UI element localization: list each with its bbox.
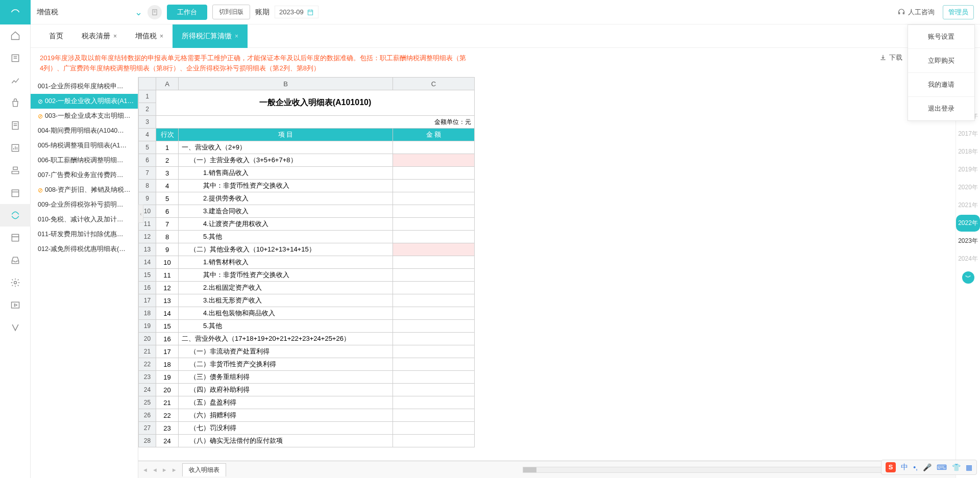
cell-rownum[interactable]: 14 [156,307,179,320]
row-header[interactable]: 22 [139,358,156,371]
cell-rownum[interactable]: 19 [156,371,179,384]
cell-item[interactable]: 1.销售商品收入 [179,167,393,180]
row-header[interactable]: 20 [139,333,156,345]
tab-close-icon[interactable]: × [235,33,238,40]
admin-button[interactable]: 管理员 [943,5,974,19]
tree-item-11[interactable]: 012-减免所得税优惠明细表(… [31,242,138,257]
nav-archive-icon[interactable] [0,227,31,249]
sheet-tab[interactable]: 收入明细表 [182,463,226,476]
row-header[interactable]: 21 [139,345,156,358]
cell-amount[interactable] [393,167,475,180]
row-header[interactable]: 3 [139,116,156,129]
year-2020年[interactable]: 2020年 [956,179,980,196]
cell-amount[interactable] [393,435,475,447]
consult-link[interactable]: 人工咨询 [897,8,935,17]
cell-rownum[interactable]: 2 [156,154,179,167]
col-header-A[interactable]: A [156,78,179,90]
cell-item[interactable]: 4.出租包装物和商品收入 [179,307,393,320]
col-header-C[interactable]: C [393,78,475,90]
year-2018年[interactable]: 2018年 [956,143,980,160]
sheet-corner[interactable] [139,78,156,90]
row-header[interactable]: 2 [139,103,156,116]
spreadsheet[interactable]: A B C 1一般企业收入明细表(A101010) 2 3金额单位：元 4 行次… [138,77,475,447]
row-header[interactable]: 15 [139,269,156,282]
cell-rownum[interactable]: 11 [156,269,179,282]
year-2021年[interactable]: 2021年 [956,197,980,214]
cell-amount[interactable] [393,205,475,218]
cell-amount[interactable] [393,218,475,231]
tab-0[interactable]: 首页 [40,24,72,48]
cell-amount[interactable] [393,384,475,396]
ime-grid-icon[interactable]: ▦ [966,463,972,471]
row-header[interactable]: 26 [139,409,156,422]
company-type[interactable]: 增值税 [37,8,58,17]
cell-rownum[interactable]: 17 [156,345,179,358]
row-header[interactable]: 1 [139,90,156,103]
cell-item[interactable]: 1.销售材料收入 [179,256,393,269]
cell-amount[interactable] [393,154,475,167]
cell-amount[interactable] [393,320,475,333]
tab-3[interactable]: 所得税汇算清缴× [173,24,248,48]
tree-item-2[interactable]: ⊘003-一般企业成本支出明细… [31,109,138,123]
company-dropdown-icon[interactable]: ⌄ [135,7,142,18]
row-header[interactable]: 8 [139,180,156,192]
year-2023年[interactable]: 2023年 [956,233,980,249]
tree-item-0[interactable]: 001-企业所得税年度纳税申… [31,79,138,94]
user-menu-item-3[interactable]: 退出登录 [908,96,974,120]
cell-rownum[interactable]: 4 [156,180,179,192]
cell-item[interactable]: 其中：非货币性资产交换收入 [179,180,393,192]
ime-lang[interactable]: 中 [901,463,908,472]
cell-rownum[interactable]: 21 [156,396,179,409]
cell-amount[interactable] [393,294,475,307]
row-header[interactable]: 23 [139,371,156,384]
workbench-button[interactable]: 工作台 [167,5,207,20]
row-header[interactable]: 13 [139,243,156,256]
row-header[interactable]: 25 [139,396,156,409]
cell-item[interactable]: （一）非流动资产处置利得 [179,345,393,358]
cell-item[interactable]: （二）非货币性资产交换利得 [179,358,393,371]
nav-doc-icon[interactable] [0,114,31,137]
row-header[interactable]: 5 [139,141,156,154]
cell-rownum[interactable]: 8 [156,231,179,243]
cell-rownum[interactable]: 5 [156,192,179,205]
row-header[interactable]: 6 [139,154,156,167]
cell-amount[interactable] [393,243,475,256]
cell-amount[interactable] [393,192,475,205]
year-2022年[interactable]: 2022年 [956,215,980,232]
cell-amount[interactable] [393,358,475,371]
ime-keyboard-icon[interactable]: ⌨ [937,463,947,471]
cell-item[interactable]: （五）盘盈利得 [179,396,393,409]
cell-rownum[interactable]: 16 [156,333,179,345]
cell-rownum[interactable]: 1 [156,141,179,154]
nav-settings-icon[interactable] [0,271,31,294]
ime-skin-icon[interactable]: 👕 [952,463,961,471]
cell-amount[interactable] [393,256,475,269]
nav-bag-icon[interactable] [0,92,31,114]
year-2017年[interactable]: 2017年 [956,125,980,142]
cell-item[interactable]: 一、营业收入（2+9） [179,141,393,154]
row-header[interactable]: 9 [139,192,156,205]
cell-item[interactable]: （一）主营业务收入（3+5+6+7+8） [179,154,393,167]
cell-item[interactable]: （二）其他业务收入（10+12+13+14+15） [179,243,393,256]
cell-item[interactable]: 二、营业外收入（17+18+19+20+21+22+23+24+25+26） [179,333,393,345]
row-header[interactable]: 7 [139,167,156,180]
cell-amount[interactable] [393,180,475,192]
download-button[interactable]: 下载 [879,53,902,62]
row-header[interactable]: 18 [139,307,156,320]
row-header[interactable]: 27 [139,422,156,435]
row-header[interactable]: 16 [139,282,156,294]
cell-rownum[interactable]: 12 [156,282,179,294]
nav-inbox-icon[interactable] [0,249,31,271]
ime-toolbar[interactable]: S 中 •, 🎤 ⌨ 👕 ▦ [881,460,977,475]
tab-close-icon[interactable]: × [113,33,117,40]
nav-ledger-icon[interactable] [0,47,31,69]
cell-rownum[interactable]: 13 [156,294,179,307]
cell-amount[interactable] [393,345,475,358]
cell-item[interactable]: （四）政府补助利得 [179,384,393,396]
row-header[interactable]: 12 [139,231,156,243]
nav-home-icon[interactable] [0,24,31,47]
cell-amount[interactable] [393,422,475,435]
row-header[interactable]: 4 [139,129,156,141]
cell-item[interactable]: 其中：非货币性资产交换收入 [179,269,393,282]
cell-item[interactable]: （六）捐赠利得 [179,409,393,422]
